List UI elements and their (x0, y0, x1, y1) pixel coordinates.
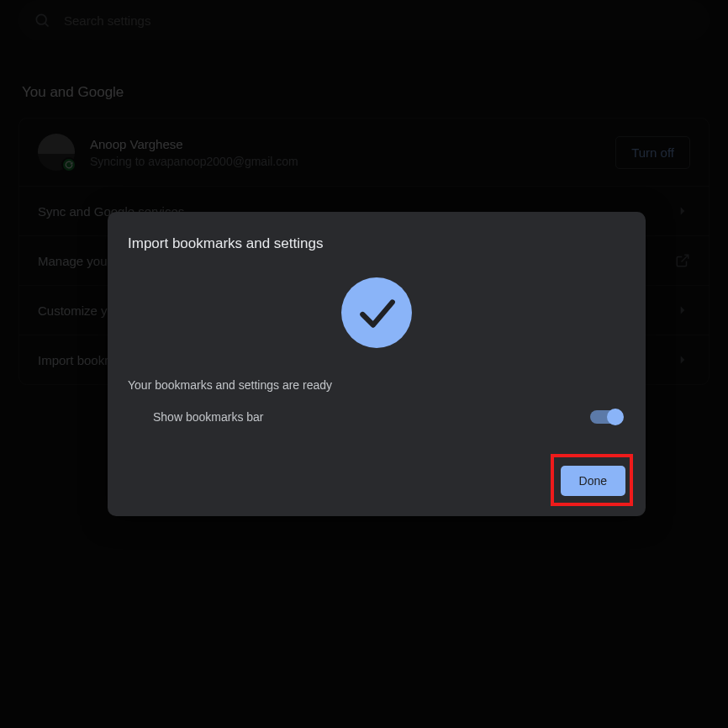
show-bookmarks-bar-toggle[interactable] (590, 410, 622, 424)
toggle-label: Show bookmarks bar (153, 410, 264, 424)
done-button[interactable]: Done (561, 466, 625, 496)
show-bookmarks-bar-row: Show bookmarks bar (128, 410, 625, 424)
success-check-icon (341, 277, 412, 348)
modal-ready-text: Your bookmarks and settings are ready (128, 378, 625, 392)
import-success-modal: Import bookmarks and settings Your bookm… (108, 212, 646, 516)
modal-title: Import bookmarks and settings (128, 235, 625, 252)
